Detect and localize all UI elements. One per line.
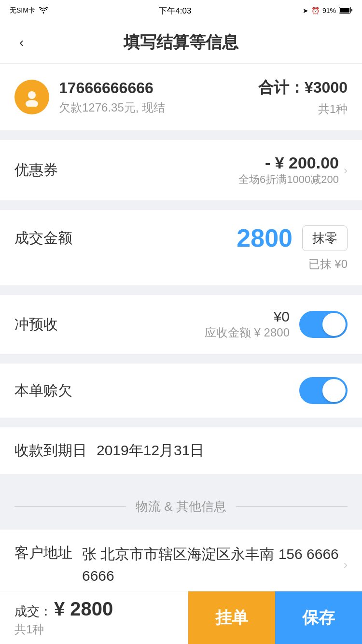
debit-label: 本单赊欠: [14, 381, 72, 401]
back-button[interactable]: ‹: [14, 30, 28, 55]
bottom-count: 共1种: [14, 622, 174, 637]
coupon-amount: - ¥ 200.00: [238, 154, 339, 172]
hold-order-button[interactable]: 挂单: [188, 591, 275, 644]
logistics-divider-text: 物流 & 其他信息: [136, 498, 226, 515]
prereceive-right: ¥0 应收金额 ¥ 2800: [205, 308, 348, 340]
sim-text: 无SIM卡: [10, 6, 35, 15]
prereceive-row: 冲预收 ¥0 应收金额 ¥ 2800: [14, 308, 348, 340]
address-section[interactable]: 客户地址 张 北京市市辖区海淀区永丰南 156 6666 6666 ›: [0, 530, 362, 600]
battery-icon: [339, 7, 352, 15]
duedate-section: 收款到期日 2019年12月31日: [0, 427, 362, 474]
status-bar: 无SIM卡 下午4:03 ➤ ⏰ 91%: [0, 0, 362, 21]
save-button[interactable]: 保存: [275, 591, 362, 644]
deal-amount-value: 2800: [237, 224, 292, 252]
bottom-amount: ¥ 2800: [54, 598, 113, 620]
coupon-section[interactable]: 优惠券 - ¥ 200.00 全场6折满1000减200 ›: [0, 140, 362, 200]
address-value: 张 北京市市辖区海淀区永丰南 156 6666 6666: [82, 543, 339, 587]
prereceive-amount: ¥0: [205, 308, 290, 325]
address-label: 客户地址: [14, 543, 72, 563]
coupon-label: 优惠券: [14, 160, 58, 180]
bottom-summary: 成交： ¥ 2800 共1种: [0, 598, 188, 637]
prereceive-sub: 应收金额 ¥ 2800: [205, 325, 290, 340]
prereceive-label: 冲预收: [14, 315, 58, 335]
coupon-right: - ¥ 200.00 全场6折满1000减200 ›: [238, 154, 348, 187]
address-row: 客户地址 张 北京市市辖区海淀区永丰南 156 6666 6666 ›: [14, 543, 348, 587]
divider-line-right: [236, 506, 348, 507]
status-time: 下午4:03: [159, 5, 191, 16]
bottom-deal-label: 成交：: [14, 603, 52, 620]
duedate-value: 2019年12月31日: [97, 441, 204, 461]
alarm-icon: ⏰: [311, 7, 320, 14]
svg-rect-1: [340, 8, 349, 13]
debit-toggle[interactable]: [299, 377, 348, 404]
chevron-right-icon: ›: [344, 164, 348, 177]
round-zero-button[interactable]: 抹零: [302, 225, 348, 251]
page-title: 填写结算等信息: [124, 31, 238, 54]
status-left: 无SIM卡: [10, 6, 48, 15]
nav-bar: ‹ 填写结算等信息: [0, 21, 362, 64]
svg-point-3: [26, 100, 38, 107]
debit-section: 本单赊欠: [0, 364, 362, 418]
deal-amount-right: 2800 抹零: [237, 224, 348, 252]
prereceive-section: 冲预收 ¥0 应收金额 ¥ 2800: [0, 295, 362, 354]
wifi-icon: [39, 7, 48, 15]
bottom-bar: 成交： ¥ 2800 共1种 挂单 保存: [0, 591, 362, 644]
coupon-desc: 全场6折满1000减200: [238, 172, 339, 187]
deal-amount-section: 成交金额 2800 抹零 已抹 ¥0: [0, 210, 362, 285]
customer-info-section: 17666666666 欠款1276.35元, 现结 合计：¥3000 共1种: [0, 64, 362, 130]
deal-amount-label: 成交金额: [14, 228, 72, 248]
deal-amount-sub: 已抹 ¥0: [14, 256, 348, 272]
divider-line-left: [14, 506, 126, 507]
order-total: 合计：¥3000 共1种: [258, 77, 348, 117]
avatar: [14, 80, 49, 114]
svg-point-2: [28, 91, 36, 99]
customer-phone: 17666666666: [59, 79, 258, 97]
customer-subtext: 欠款1276.35元, 现结: [59, 100, 258, 115]
logistics-divider: 物流 & 其他信息: [0, 484, 362, 530]
status-right: ➤ ⏰ 91%: [303, 7, 352, 15]
debit-row: 本单赊欠: [14, 377, 348, 404]
duedate-row: 收款到期日 2019年12月31日: [14, 441, 348, 461]
address-chevron-icon: ›: [344, 558, 348, 572]
duedate-label: 收款到期日: [14, 441, 87, 461]
location-icon: ➤: [303, 7, 308, 14]
prereceive-toggle[interactable]: [299, 311, 348, 338]
deal-amount-row: 成交金额 2800 抹零: [14, 224, 348, 252]
battery-text: 91%: [322, 7, 336, 14]
total-sub: 共1种: [258, 101, 348, 117]
customer-details: 17666666666 欠款1276.35元, 现结: [59, 79, 258, 115]
total-amount: 合计：¥3000: [258, 77, 348, 98]
